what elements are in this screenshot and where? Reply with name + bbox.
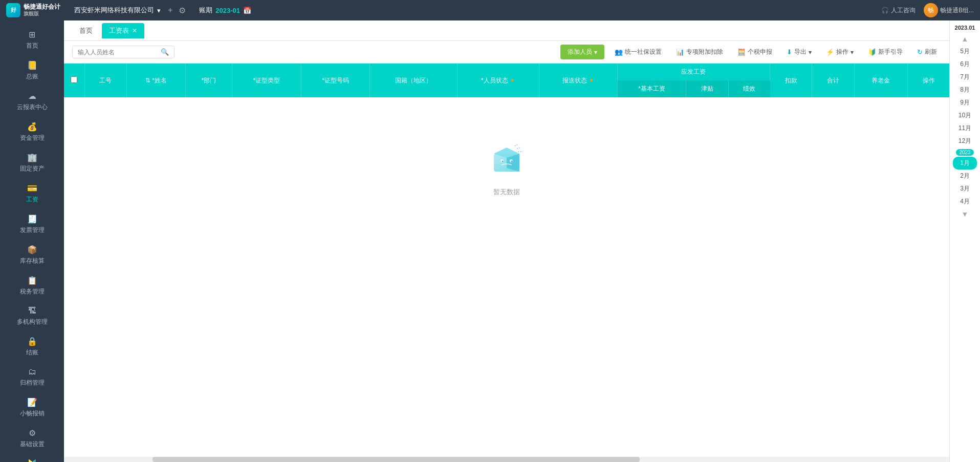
tax-declare-icon: 🧮 [737, 48, 746, 56]
tax-declare-label: 个税申报 [748, 48, 772, 56]
sidebar-item-assets[interactable]: 🏢 固定资产 [0, 148, 64, 178]
sidebar-item-expense[interactable]: 📝 小畅报销 [0, 392, 64, 423]
extra-deduct-button[interactable]: 📊 专项附加扣除 [672, 46, 727, 58]
cal-month-10[interactable]: 10月 [950, 109, 980, 122]
report-filter-icon[interactable]: ▼ [589, 77, 594, 83]
th-allowance: 津贴 [686, 80, 728, 97]
toolbar: 🔍 添加人员 ▾ 👥 统一社保设置 📊 专项附加扣除 🧮 个税申报 ⬇ [64, 41, 949, 64]
tab-home[interactable]: 首页 [72, 23, 100, 38]
sidebar-label-inventory: 库存核算 [20, 257, 45, 265]
salary-icon: 💳 [27, 183, 37, 193]
headset-icon: 🎧 [881, 7, 889, 14]
inventory-icon: 📦 [27, 245, 37, 255]
empty-text: 暂无数据 [493, 187, 520, 197]
settings-gear-icon[interactable]: ⚙ [176, 5, 189, 16]
cal-month-8[interactable]: 8月 [950, 83, 980, 96]
sidebar-item-ledger[interactable]: 📒 总账 [0, 55, 64, 86]
th-name[interactable]: ⇅ *姓名 [126, 64, 185, 97]
company-selector[interactable]: 西安虾米网络科技有限公司 ▾ [70, 4, 165, 17]
th-id-no: *证型号码 [301, 64, 370, 97]
home-icon: ⊞ [29, 30, 35, 39]
tab-close-icon[interactable]: ✕ [132, 27, 137, 34]
cal-month-2[interactable]: 2月 [950, 170, 980, 182]
right-calendar-panel: 2023.01 ▲ 5月 6月 7月 8月 9月 10月 11月 12月 202… [949, 20, 980, 462]
th-checkbox[interactable] [64, 64, 84, 97]
sidebar-item-settings[interactable]: ⚙ 基础设置 [0, 423, 64, 454]
sidebar-item-multi[interactable]: 🏗 多机构管理 [0, 301, 64, 331]
th-status[interactable]: *人员状态 ▼ [457, 64, 539, 97]
svg-line-8 [517, 148, 521, 149]
operations-icon: ⚡ [826, 48, 834, 56]
cal-month-12[interactable]: 12月 [950, 135, 980, 148]
sidebar-item-cloud[interactable]: ☁ 云报表中心 [0, 86, 64, 117]
cal-month-3[interactable]: 3月 [950, 182, 980, 195]
operations-button[interactable]: ⚡ 操作 ▾ [822, 46, 858, 58]
sidebar-item-home[interactable]: ⊞ 首页 [0, 25, 64, 55]
sidebar: ⊞ 首页 📒 总账 ☁ 云报表中心 💰 资金管理 🏢 固定资产 💳 工资 🧾 发… [0, 20, 64, 462]
sidebar-label-cloud: 云报表中心 [17, 103, 48, 112]
select-all-checkbox[interactable] [71, 76, 77, 83]
calendar-up-button[interactable]: ▲ [960, 33, 971, 45]
cal-month-5[interactable]: 5月 [950, 45, 980, 58]
sidebar-item-invoice[interactable]: 🧾 发票管理 [0, 209, 64, 240]
guide-toolbar-icon: 🔰 [868, 48, 876, 56]
cal-month-7[interactable]: 7月 [950, 71, 980, 83]
sidebar-label-expense: 小畅报销 [20, 409, 45, 418]
cal-month-4[interactable]: 4月 [950, 195, 980, 208]
sidebar-label-invoice: 发票管理 [20, 226, 45, 235]
sidebar-item-guide[interactable]: 🔰 新手引导 [0, 454, 64, 462]
sidebar-item-archive[interactable]: 🗂 归档管理 [0, 362, 64, 392]
sidebar-item-fund[interactable]: 💰 资金管理 [0, 117, 64, 148]
sidebar-item-tax[interactable]: 📋 税务管理 [0, 270, 64, 301]
sidebar-item-salary[interactable]: 💳 工资 [0, 178, 64, 209]
sidebar-item-inventory[interactable]: 📦 库存核算 [0, 240, 64, 270]
calendar-icon[interactable]: 📅 [243, 7, 251, 14]
social-settings-button[interactable]: 👥 统一社保设置 [611, 46, 666, 58]
calendar-year-badge: 2023 [956, 149, 973, 156]
export-button[interactable]: ⬇ 导出 ▾ [782, 46, 816, 58]
tax-declare-button[interactable]: 🧮 个税申报 [733, 46, 776, 58]
empty-state: 暂无数据 [64, 97, 949, 238]
bottom-scrollbar[interactable] [64, 457, 949, 462]
operations-label: 操作 [836, 48, 848, 56]
sidebar-label-archive: 归档管理 [20, 379, 45, 387]
sidebar-label-salary: 工资 [26, 195, 38, 204]
add-company-button[interactable]: + [165, 5, 176, 16]
th-id-type: *证型类型 [232, 64, 301, 97]
sidebar-label-settings: 基础设置 [20, 440, 45, 449]
tab-salary-table[interactable]: 工资表 ✕ [102, 23, 144, 38]
tab-bar: 首页 工资表 ✕ [64, 20, 949, 41]
sidebar-label-fund: 资金管理 [20, 134, 45, 142]
cal-month-1-active[interactable]: 1月 [953, 157, 977, 170]
tab-home-label: 首页 [79, 27, 93, 34]
th-report-status[interactable]: 报送状态 ▼ [539, 64, 617, 97]
config-icon: ⚙ [29, 428, 36, 438]
sidebar-label-close: 结账 [26, 348, 38, 357]
user-avatar: 畅 [924, 3, 938, 17]
cal-month-6[interactable]: 6月 [950, 58, 980, 71]
cal-month-11[interactable]: 11月 [950, 122, 980, 135]
bottom-scrollbar-thumb[interactable] [153, 457, 640, 462]
guide-button[interactable]: 🔰 新手引导 [864, 46, 907, 58]
calendar-down-button[interactable]: ▼ [960, 208, 971, 220]
extra-deduct-label: 专项附加扣除 [686, 48, 723, 56]
sidebar-item-close[interactable]: 🔒 结账 [0, 331, 64, 362]
export-label: 导出 [794, 48, 807, 56]
search-input[interactable] [78, 49, 158, 56]
user-menu[interactable]: 畅 畅捷通B组... [924, 3, 974, 17]
company-dropdown-icon[interactable]: ▾ [157, 7, 161, 14]
add-person-button[interactable]: 添加人员 ▾ [560, 45, 604, 59]
support-button[interactable]: 🎧 人工咨询 [881, 6, 916, 15]
sidebar-label-home: 首页 [26, 41, 38, 50]
refresh-button[interactable]: ↻ 刷新 [913, 46, 941, 58]
calendar-2023-group: 1月 2月 3月 4月 [950, 157, 980, 208]
calendar-2022-group: 5月 6月 7月 8月 9月 10月 11月 12月 [950, 45, 980, 148]
status-filter-icon[interactable]: ▼ [510, 77, 515, 83]
invoice-icon: 🧾 [27, 214, 37, 224]
sidebar-label-ledger: 总账 [26, 72, 38, 81]
expense-icon: 📝 [27, 397, 37, 407]
search-box[interactable]: 🔍 [72, 46, 175, 58]
social-settings-label: 统一社保设置 [625, 48, 662, 56]
ledger-icon: 📒 [27, 60, 37, 70]
cal-month-9[interactable]: 9月 [950, 96, 980, 109]
